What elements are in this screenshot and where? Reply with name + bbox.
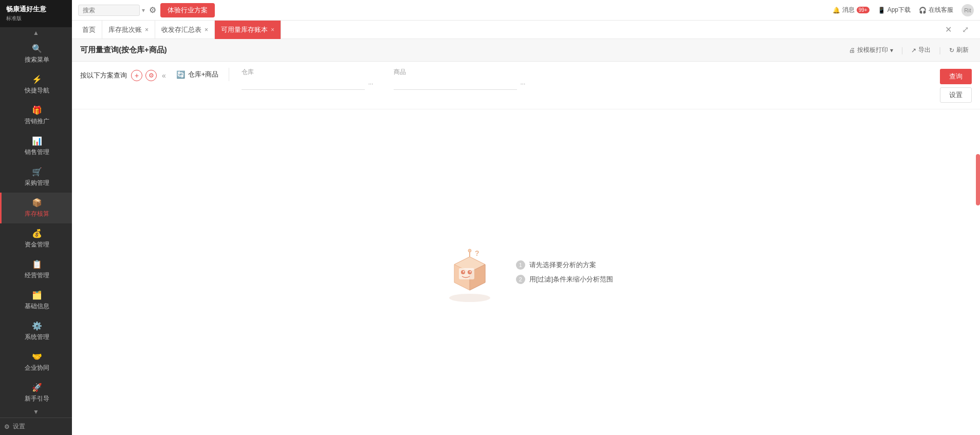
- tab-home-label: 首页: [82, 25, 96, 34]
- svg-point-11: [468, 249, 471, 252]
- filter-scheme-item[interactable]: 🔄 仓库+商品: [172, 68, 223, 81]
- handshake-icon: 🤝: [32, 352, 42, 362]
- tab-collect-summary[interactable]: 收发存汇总表 ×: [155, 21, 215, 39]
- sidebar-nav: 🔍 搜索菜单 ⚡ 快捷导航 🎁 营销推广 📊 销售管理 🛒 采购管理 📦 库存核…: [0, 39, 72, 406]
- print-dropdown-icon: ▾: [890, 47, 893, 54]
- separator-1: |: [901, 46, 903, 54]
- tab-available-ledger-close[interactable]: ×: [271, 26, 274, 33]
- step-1-text: 请先选择要分析的方案: [529, 260, 596, 270]
- query-button[interactable]: 查询: [940, 69, 972, 84]
- filter-scheme-label: 仓库+商品: [188, 70, 219, 79]
- customer-service-button[interactable]: 🎧 在线客服: [919, 6, 953, 14]
- tab-available-ledger-label: 可用量库存账本: [221, 25, 268, 34]
- sidebar-item-finance[interactable]: 💰 资金管理: [0, 223, 72, 254]
- product-more-button[interactable]: ···: [519, 80, 526, 87]
- settings-button[interactable]: 设置: [940, 87, 972, 103]
- sidebar-bottom[interactable]: ⚙ 设置: [0, 418, 72, 435]
- cart-icon: 🛒: [32, 167, 42, 177]
- filter-label: 按以下方案查询: [80, 68, 127, 80]
- tab-close-all-button[interactable]: ✕: [942, 24, 955, 35]
- filter-add-button[interactable]: +: [131, 70, 142, 81]
- sidebar-scroll-down[interactable]: ▼: [0, 406, 72, 418]
- sidebar-item-system[interactable]: ⚙️ 系统管理: [0, 316, 72, 347]
- sidebar-item-operation[interactable]: 📋 经营管理: [0, 254, 72, 285]
- tab-expand-button[interactable]: ⤢: [959, 24, 972, 35]
- sidebar-item-inventory[interactable]: 📦 库存核算: [0, 193, 72, 223]
- sidebar-scroll-up[interactable]: ▲: [0, 27, 72, 39]
- svg-point-0: [449, 294, 490, 302]
- empty-state: ? 1 请先选择要分析的方案 2 用[过滤]条件来缩小分析范围: [72, 109, 980, 435]
- refresh-label: 刷新: [956, 46, 969, 54]
- refresh-icon: ↻: [949, 47, 954, 54]
- tab-batch-ledger[interactable]: 库存批次账 ×: [102, 21, 155, 39]
- sidebar-item-guide[interactable]: 🚀 新手引导: [0, 377, 72, 406]
- tab-collect-summary-label: 收发存汇总表: [161, 25, 201, 34]
- inventory-icon: 📦: [32, 198, 42, 207]
- sidebar-item-marketing[interactable]: 🎁 营销推广: [0, 100, 72, 131]
- app-download-button[interactable]: 📱 App下载: [878, 6, 911, 14]
- trial-industry-button[interactable]: 体验行业方案: [160, 3, 215, 17]
- tabs-right-actions: ✕ ⤢: [942, 24, 976, 35]
- export-label: 导出: [918, 46, 931, 54]
- tab-batch-ledger-close[interactable]: ×: [145, 26, 149, 33]
- filter-right-actions: 查询 设置: [940, 68, 972, 103]
- filter-area: 按以下方案查询 + ⚙ « 🔄 仓库+商品 仓库: [72, 62, 980, 109]
- sidebar-item-sales[interactable]: 📊 销售管理: [0, 131, 72, 162]
- message-button[interactable]: 🔔 消息 99+: [833, 6, 870, 14]
- svg-point-8: [469, 271, 471, 273]
- right-scrollbar[interactable]: [976, 154, 980, 205]
- chevron-down-icon: ▾: [142, 7, 145, 14]
- user-name-short: Rit: [964, 7, 971, 13]
- template-print-button[interactable]: 🖨 按模板打印 ▾: [846, 44, 896, 56]
- clipboard-icon: 📋: [32, 259, 42, 269]
- page-title: 可用量查询(按仓库+商品): [80, 45, 167, 55]
- tab-available-ledger[interactable]: 可用量库存账本 ×: [215, 21, 281, 39]
- filter-scheme-list: 🔄 仓库+商品: [172, 68, 223, 81]
- filter-collapse-button[interactable]: «: [160, 70, 168, 81]
- cube-svg: ?: [441, 241, 498, 303]
- sidebar-item-basic[interactable]: 🗂️ 基础信息: [0, 285, 72, 316]
- message-badge: 99+: [857, 7, 870, 13]
- warehouse-input[interactable]: [242, 78, 365, 90]
- step-2-num: 2: [516, 275, 525, 284]
- sidebar-item-shortcut[interactable]: ⚡ 快捷导航: [0, 69, 72, 100]
- export-button[interactable]: ↗ 导出: [908, 44, 934, 56]
- empty-text-list: 1 请先选择要分析的方案 2 用[过滤]条件来缩小分析范围: [516, 260, 613, 284]
- breadcrumb-input[interactable]: [78, 5, 140, 16]
- header-gear-button[interactable]: ⚙: [147, 3, 158, 17]
- user-profile-button[interactable]: Rit: [961, 4, 974, 16]
- phone-icon: 📱: [878, 7, 885, 14]
- filter-field-product: 商品 ···: [394, 68, 538, 90]
- page-title-bar: 可用量查询(按仓库+商品) 🖨 按模板打印 ▾ | ↗ 导出 | ↻ 刷新: [72, 39, 980, 62]
- top-header: ▾ ⚙ 体验行业方案 🔔 消息 99+ 📱 App下载 🎧 在线客服 Rit: [72, 0, 980, 21]
- print-icon: 🖨: [849, 47, 855, 54]
- filter-right-fields: 仓库 ··· 商品 ···: [242, 68, 930, 90]
- tab-collect-summary-close[interactable]: ×: [205, 26, 208, 33]
- folder-icon: 🗂️: [32, 290, 42, 300]
- tab-home[interactable]: 首页: [76, 21, 102, 39]
- product-input[interactable]: [394, 78, 517, 90]
- warehouse-field-input-row: ···: [242, 78, 385, 90]
- app-badge: 标准版: [6, 15, 22, 22]
- filter-settings-button[interactable]: ⚙: [145, 70, 157, 81]
- empty-step-1: 1 请先选择要分析的方案: [516, 260, 613, 270]
- page-title-actions: 🖨 按模板打印 ▾ | ↗ 导出 | ↻ 刷新: [846, 44, 972, 56]
- filter-actions: + ⚙ «: [131, 68, 168, 81]
- money-icon: 💰: [32, 229, 42, 238]
- sidebar-item-label: 搜索菜单: [25, 55, 49, 64]
- gear-icon: ⚙️: [32, 321, 42, 331]
- app-download-label: App下载: [887, 6, 911, 14]
- warehouse-more-button[interactable]: ···: [367, 80, 374, 87]
- sidebar-item-corp[interactable]: 🤝 企业协同: [0, 347, 72, 377]
- sidebar-item-purchase[interactable]: 🛒 采购管理: [0, 162, 72, 193]
- rocket-icon: 🚀: [32, 383, 42, 392]
- refresh-button[interactable]: ↻ 刷新: [946, 44, 972, 56]
- header-right: 🔔 消息 99+ 📱 App下载 🎧 在线客服 Rit: [833, 4, 974, 16]
- filter-field-warehouse: 仓库 ···: [242, 68, 385, 90]
- breadcrumb-area: ▾ ⚙ 体验行业方案: [78, 3, 828, 17]
- gift-icon: 🎁: [32, 105, 42, 115]
- customer-service-label: 在线客服: [929, 6, 953, 14]
- scheme-icon: 🔄: [176, 70, 185, 79]
- sidebar-item-search[interactable]: 🔍 搜索菜单: [0, 39, 72, 69]
- product-field-label: 商品: [394, 68, 538, 77]
